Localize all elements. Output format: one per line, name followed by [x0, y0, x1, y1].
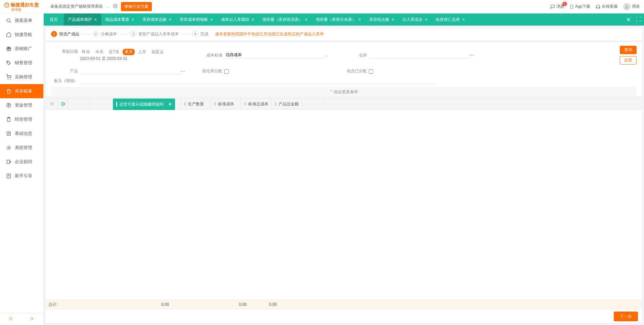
- sidebar: 搜索菜单快捷导航营销推广销售管理采购管理库存核算资金管理经营管理基础信息系统管理…: [0, 13, 44, 325]
- collapse-sidebar-icon[interactable]: [30, 316, 35, 323]
- gear-dashed-icon: [6, 145, 11, 150]
- date-preset[interactable]: 自定义: [149, 49, 166, 55]
- more-icon[interactable]: ···: [181, 69, 185, 74]
- tab-2[interactable]: 库存成本总账✕: [138, 13, 176, 26]
- filter-panel: 单据日期 昨天今天近7天本月上月自定义 2023-03-01 至 2023-03…: [46, 42, 642, 96]
- online-service[interactable]: 在线客服: [596, 4, 618, 9]
- tab-close-icon[interactable]: ✕: [425, 17, 428, 22]
- tab-7[interactable]: 库存批次账✕: [365, 13, 398, 26]
- trial-button[interactable]: 体验行业方案: [121, 2, 152, 11]
- cart-icon: [6, 74, 11, 80]
- grid-body[interactable]: [46, 110, 642, 299]
- grid-settings-icon[interactable]: [46, 99, 58, 109]
- query-button[interactable]: 查询: [620, 46, 637, 54]
- tab-close-icon[interactable]: ✕: [94, 17, 97, 22]
- sidebar-item-2[interactable]: 营销推广: [0, 42, 43, 56]
- step-4[interactable]: 4完成: [192, 31, 208, 37]
- svg-point-12: [10, 79, 11, 79]
- collapse-filters[interactable]: ⌃ 收起更多条件: [51, 87, 637, 96]
- date-preset[interactable]: 昨天: [80, 49, 92, 55]
- date-preset[interactable]: 上月: [136, 49, 148, 55]
- sort-icon: ▲▼: [214, 102, 217, 106]
- tab-close-icon[interactable]: ✕: [251, 17, 254, 22]
- by-warehouse-checkbox[interactable]: [224, 69, 229, 74]
- svg-point-10: [7, 62, 8, 62]
- gear-icon[interactable]: [113, 4, 118, 9]
- settings-icon[interactable]: [8, 316, 13, 323]
- grid-toggle-detail[interactable]: [58, 99, 68, 109]
- svg-point-21: [8, 147, 9, 148]
- tab-close-icon[interactable]: ✕: [391, 17, 394, 22]
- sidebar-item-1[interactable]: 快捷导航: [0, 28, 43, 42]
- gift-icon: [6, 46, 11, 51]
- cost-std-select[interactable]: [224, 52, 325, 59]
- tab-close-icon[interactable]: ✕: [462, 17, 465, 22]
- date-preset[interactable]: 本月: [123, 49, 135, 55]
- tab-close-icon[interactable]: ✕: [210, 17, 213, 22]
- sidebar-item-3[interactable]: 销售管理: [0, 56, 43, 70]
- sidebar-item-5[interactable]: 库存核算: [0, 84, 43, 98]
- chevron-down-icon[interactable]: ⌄: [325, 53, 328, 58]
- svg-point-26: [51, 103, 53, 105]
- top-header: 畅捷通好生意 标准版 装备及固定资产辅助管理系统 ⌄ 体验行业方案 消息 6 A…: [0, 0, 644, 13]
- chevron-down-icon[interactable]: ⌄: [106, 4, 110, 9]
- sidebar-item-label: 新手引导: [15, 173, 32, 179]
- svg-rect-2: [570, 5, 573, 8]
- sidebar-item-8[interactable]: 基础信息: [0, 127, 43, 141]
- tab-5[interactable]: 现存量（库存状况表）✕: [258, 13, 312, 26]
- tab-6[interactable]: 现存量（库存分布表）✕: [312, 13, 365, 26]
- tab-close-icon[interactable]: ✕: [305, 17, 308, 22]
- close-all-tabs-icon[interactable]: ✕: [624, 16, 633, 23]
- sidebar-item-4[interactable]: 采购管理: [0, 70, 43, 84]
- logo-text: 畅捷通好生意: [11, 2, 39, 8]
- step-2[interactable]: 2分摊成本: [93, 31, 117, 37]
- date-preset[interactable]: 今天: [93, 49, 105, 55]
- tab-close-icon[interactable]: ✕: [358, 17, 361, 22]
- app-download[interactable]: App下载: [570, 4, 590, 9]
- include-alloc-checkbox[interactable]: [369, 69, 373, 74]
- tab-0[interactable]: 产品成本维护✕: [64, 13, 101, 26]
- tab-close-icon[interactable]: ✕: [169, 17, 172, 22]
- tab-home[interactable]: 首页: [44, 13, 64, 26]
- tabbar: 首页 产品成本维护✕商品成本重算✕库存成本总账✕库存成本明细账✕成本出入库跟踪✕…: [44, 13, 644, 26]
- message-button[interactable]: 消息 6: [550, 4, 564, 9]
- sidebar-item-label: 搜索菜单: [15, 17, 32, 24]
- sidebar-item-7[interactable]: 经营管理: [0, 112, 43, 127]
- tab-8[interactable]: 出入库流水✕: [398, 13, 432, 26]
- svg-rect-22: [7, 160, 10, 164]
- tab-1[interactable]: 商品成本重算✕: [101, 13, 138, 26]
- sort-icon: ▲▼: [274, 102, 277, 106]
- settings-button[interactable]: 设置: [620, 56, 637, 65]
- fullscreen-icon[interactable]: ⛶: [633, 16, 644, 23]
- tab-close-icon[interactable]: ✕: [131, 17, 134, 22]
- tooltip-close-icon[interactable]: ✕: [168, 102, 172, 107]
- column-header[interactable]: [68, 99, 90, 109]
- avatar-icon: [623, 3, 631, 10]
- by-warehouse-label: 按仓库分配: [196, 68, 222, 74]
- sidebar-item-6[interactable]: 资金管理: [0, 98, 43, 112]
- product-input[interactable]: [80, 68, 181, 74]
- sidebar-item-0[interactable]: 搜索菜单: [0, 13, 43, 28]
- column-header[interactable]: ▲▼标准成本: [211, 99, 241, 109]
- sidebar-item-label: 库存核算: [15, 88, 32, 94]
- tab-4[interactable]: 成本出入库跟踪✕: [217, 13, 258, 26]
- tab-3[interactable]: 库存成本明细账✕: [176, 13, 217, 26]
- date-range: 2023-03-01 至 2023-03-31: [80, 56, 166, 62]
- tab-9[interactable]: 收发存汇总表✕: [432, 13, 469, 26]
- column-header[interactable]: ▲▼标准总成本: [241, 99, 271, 109]
- sidebar-item-10[interactable]: 企业协同: [0, 155, 43, 169]
- warehouse-input[interactable]: [369, 52, 470, 59]
- column-header[interactable]: ▲▼生产数量: [181, 99, 211, 109]
- info-icon: [6, 131, 11, 136]
- system-selector[interactable]: 装备及固定资产辅助管理系统: [50, 4, 103, 9]
- step-1[interactable]: 1筛选产成品: [51, 31, 79, 37]
- user-menu[interactable]: 用友: [623, 3, 640, 10]
- column-header[interactable]: ▲▼产品总金额: [271, 99, 325, 109]
- step-3[interactable]: 3更新产成品入库单成本: [130, 31, 179, 37]
- remark-input[interactable]: [80, 78, 436, 84]
- sidebar-item-9[interactable]: 系统管理: [0, 141, 43, 155]
- next-button[interactable]: 下一步: [614, 312, 638, 321]
- sidebar-item-11[interactable]: 新手引导: [0, 169, 43, 183]
- date-preset[interactable]: 近7天: [107, 49, 121, 55]
- more-icon[interactable]: ···: [470, 53, 474, 58]
